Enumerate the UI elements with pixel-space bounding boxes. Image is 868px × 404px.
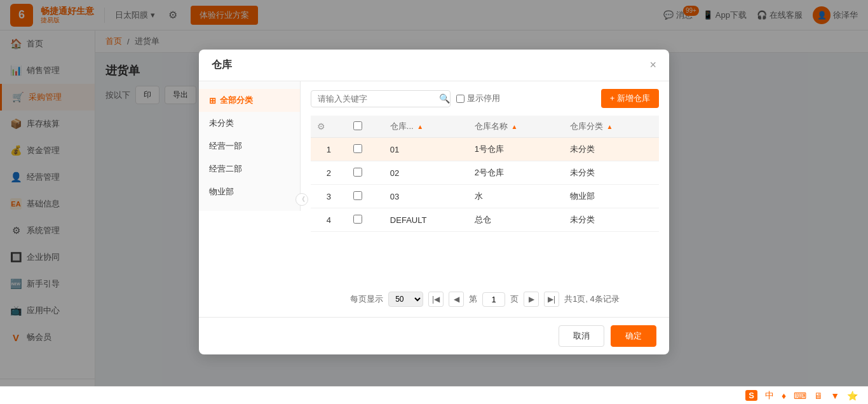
table-row[interactable]: 1 01 1号仓库 未分类 [311, 138, 659, 161]
category-label: 物业部 [209, 186, 234, 198]
modal-toolbar: 🔍 显示停用 + 新增仓库 [311, 89, 659, 108]
table-row[interactable]: 3 03 水 物业部 [311, 185, 659, 208]
warehouse-search-input[interactable] [311, 90, 451, 107]
show-disabled-check[interactable] [456, 95, 465, 103]
first-page-button[interactable]: |◀ [428, 292, 444, 307]
modal-body: ⊞ 全部分类 未分类 经营一部 经营二部 物业部 [199, 81, 669, 317]
table-header-row: ⚙ 仓库... ▲ 仓库名称 ▲ [311, 116, 659, 138]
category-all-label: 全部分类 [220, 95, 253, 106]
row-checkbox[interactable] [353, 168, 362, 177]
row-checkbox[interactable] [353, 215, 362, 224]
per-page-select[interactable]: 50 20 100 [388, 292, 423, 307]
category-all-icon: ⊞ [209, 96, 216, 105]
sort-code-icon: ▲ [417, 123, 423, 130]
row-num: 3 [311, 185, 347, 208]
row-name: 总仓 [468, 208, 564, 232]
row-checkbox-cell [347, 185, 384, 208]
statusbar-star-icon[interactable]: ⭐ [847, 391, 858, 401]
category-label: 经营一部 [209, 140, 242, 152]
statusbar-keyboard-icon[interactable]: ⌨ [794, 391, 806, 401]
select-all-checkbox[interactable] [353, 121, 362, 130]
th-gear: ⚙ [311, 116, 347, 138]
row-name: 2号仓库 [468, 161, 564, 185]
row-code: DEFAULT [384, 208, 468, 232]
page-label: 第 [469, 293, 477, 305]
row-checkbox-cell [347, 208, 384, 232]
statusbar-arrow-icon[interactable]: ▼ [831, 391, 839, 401]
sidebar-collapse-button[interactable]: 《 [295, 193, 308, 206]
per-page-label: 每页显示 [350, 293, 383, 305]
last-page-button[interactable]: ▶| [544, 292, 559, 307]
statusbar-dot-icon[interactable]: ♦ [782, 391, 786, 401]
gear-header-icon: ⚙ [317, 121, 325, 131]
th-category: 仓库分类 ▲ [564, 116, 659, 138]
row-category: 未分类 [564, 161, 659, 185]
th-name: 仓库名称 ▲ [468, 116, 564, 138]
sort-name-icon: ▲ [511, 123, 517, 130]
row-num: 4 [311, 208, 347, 232]
row-checkbox[interactable] [353, 144, 362, 153]
category-uncategorized[interactable]: 未分类 [199, 112, 300, 135]
row-num: 1 [311, 138, 347, 161]
category-ops1[interactable]: 经营一部 [199, 135, 300, 158]
total-info: 共1页, 4条记录 [564, 293, 620, 305]
row-name: 1号仓库 [468, 138, 564, 161]
modal-main: 🔍 显示停用 + 新增仓库 ⚙ [301, 81, 669, 317]
modal-category-sidebar: ⊞ 全部分类 未分类 经营一部 经营二部 物业部 [199, 81, 301, 211]
table-row[interactable]: 4 DEFAULT 总仓 未分类 [311, 208, 659, 232]
show-disabled-checkbox[interactable]: 显示停用 [456, 93, 500, 104]
row-code: 02 [384, 161, 468, 185]
row-code: 03 [384, 185, 468, 208]
row-category: 未分类 [564, 138, 659, 161]
category-property[interactable]: 物业部 [199, 180, 300, 203]
row-checkbox[interactable] [353, 191, 362, 200]
row-checkbox-cell [347, 138, 384, 161]
category-label: 未分类 [209, 118, 234, 129]
row-category: 未分类 [564, 208, 659, 232]
table-header: ⚙ 仓库... ▲ 仓库名称 ▲ [311, 116, 659, 138]
show-disabled-label: 显示停用 [467, 93, 500, 104]
modal-header: 仓库 × [199, 50, 669, 81]
category-all[interactable]: ⊞ 全部分类 [199, 89, 300, 112]
warehouse-modal: 仓库 × ⊞ 全部分类 未分类 经营一部 [199, 50, 669, 354]
next-page-button[interactable]: ▶ [524, 292, 539, 307]
table-row[interactable]: 2 02 2号仓库 未分类 [311, 161, 659, 185]
warehouse-table: ⚙ 仓库... ▲ 仓库名称 ▲ [311, 116, 659, 232]
page-input[interactable] [482, 292, 505, 307]
sort-category-icon: ▲ [607, 123, 613, 130]
row-name: 水 [468, 185, 564, 208]
add-warehouse-button[interactable]: + 新增仓库 [601, 89, 659, 108]
pagination: 每页显示 50 20 100 |◀ ◀ 第 页 ▶ ▶| 共1页, 4条记录 [311, 284, 659, 309]
confirm-button[interactable]: 确定 [611, 325, 656, 347]
modal-sidebar-wrapper: ⊞ 全部分类 未分类 经营一部 经营二部 物业部 [199, 81, 301, 317]
modal-close-button[interactable]: × [649, 58, 656, 72]
page-suffix: 页 [510, 293, 519, 305]
modal-overlay: 仓库 × ⊞ 全部分类 未分类 经营一部 [0, 0, 868, 404]
th-code: 仓库... ▲ [384, 116, 468, 138]
modal-footer: 取消 确定 [199, 317, 669, 354]
row-code: 01 [384, 138, 468, 161]
statusbar-monitor-icon[interactable]: 🖥 [814, 391, 823, 401]
modal-title: 仓库 [212, 58, 232, 72]
statusbar-lang-icon[interactable]: 中 [765, 390, 774, 401]
cancel-button[interactable]: 取消 [559, 325, 604, 347]
statusbar: S 中 ♦ ⌨ 🖥 ▼ ⭐ [0, 386, 868, 404]
th-checkbox [347, 116, 384, 138]
statusbar-s-icon[interactable]: S [745, 390, 757, 401]
row-checkbox-cell [347, 161, 384, 185]
category-label: 经营二部 [209, 163, 242, 175]
category-ops2[interactable]: 经营二部 [199, 158, 300, 180]
table-body: 1 01 1号仓库 未分类 2 02 2号仓库 [311, 138, 659, 232]
warehouse-table-container: ⚙ 仓库... ▲ 仓库名称 ▲ [311, 116, 659, 284]
row-category: 物业部 [564, 185, 659, 208]
prev-page-button[interactable]: ◀ [449, 292, 464, 307]
row-num: 2 [311, 161, 347, 185]
search-icon[interactable]: 🔍 [439, 93, 450, 104]
